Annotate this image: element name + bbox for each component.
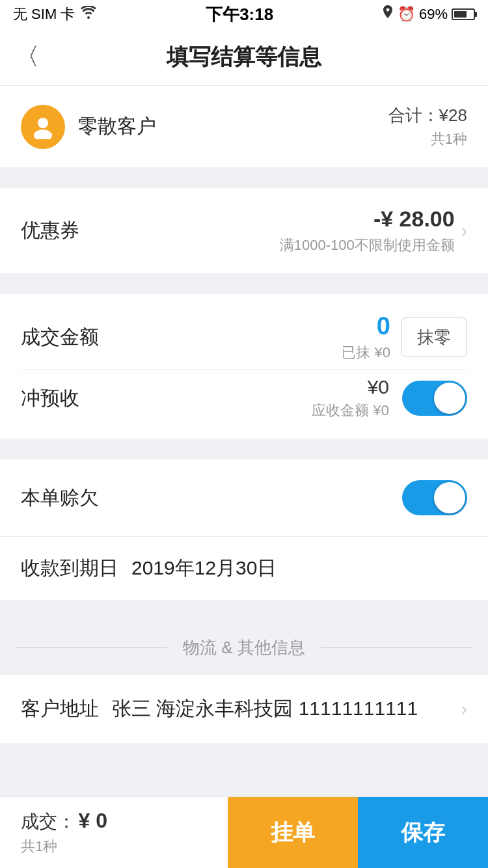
customer-left: 零散客户 bbox=[21, 105, 156, 149]
coupon-description: 满1000-100不限制使用金额 bbox=[280, 236, 455, 255]
nav-bar: 〈 填写结算等信息 bbox=[0, 29, 488, 86]
logistics-header: 物流 & 其他信息 bbox=[0, 621, 488, 675]
battery-icon bbox=[452, 8, 475, 20]
transaction-amount: 0 bbox=[377, 312, 390, 340]
divider-1 bbox=[0, 178, 488, 188]
main-content: 零散客户 合计：¥28 共1种 优惠券 -¥ 28.00 满1000-100不限… bbox=[0, 86, 488, 868]
avatar bbox=[21, 105, 65, 149]
customer-card: 零散客户 合计：¥28 共1种 bbox=[0, 86, 488, 167]
logistics-label: 物流 & 其他信息 bbox=[183, 636, 305, 659]
hangup-button[interactable]: 挂单 bbox=[228, 797, 358, 868]
bottom-summary: 成交： ¥ 0 共1种 bbox=[0, 797, 228, 868]
amount-row: 成交金额 0 已抹 ¥0 抹零 bbox=[0, 294, 488, 369]
due-row: 收款到期日 2019年12月30日 bbox=[0, 536, 488, 600]
bottom-deal-label: 成交： bbox=[21, 811, 75, 832]
status-left: 无 SIM 卡 bbox=[13, 5, 97, 24]
bottom-deal-amount: ¥ 0 bbox=[78, 809, 107, 832]
debt-label: 本单赊欠 bbox=[21, 485, 99, 511]
logistics-line-left bbox=[16, 647, 167, 648]
location-icon bbox=[382, 5, 394, 23]
due-label: 收款到期日 bbox=[21, 555, 118, 582]
status-bar: 无 SIM 卡 下午3:18 ⏰ 69% bbox=[0, 0, 488, 29]
coupon-card[interactable]: 优惠券 -¥ 28.00 满1000-100不限制使用金额 › bbox=[0, 188, 488, 273]
amount-block: 0 已抹 ¥0 bbox=[342, 312, 390, 362]
divider-4 bbox=[0, 610, 488, 621]
total-count: 共1种 bbox=[388, 129, 467, 149]
address-label: 客户地址 bbox=[21, 696, 112, 722]
debt-row: 本单赊欠 bbox=[0, 459, 488, 536]
prepay-amounts: ¥0 应收金额 ¥0 bbox=[312, 376, 389, 420]
save-button[interactable]: 保存 bbox=[358, 797, 488, 868]
back-button[interactable]: 〈 bbox=[16, 41, 39, 73]
no-sim-text: 无 SIM 卡 bbox=[13, 5, 75, 24]
alarm-icon: ⏰ bbox=[398, 6, 415, 23]
status-time: 下午3:18 bbox=[206, 3, 273, 26]
address-value: 张三 海淀永丰科技园 11111111111 bbox=[112, 696, 455, 722]
bottom-deal-row: 成交： ¥ 0 bbox=[21, 809, 228, 834]
divider-2 bbox=[0, 284, 488, 294]
debt-card: 本单赊欠 收款到期日 2019年12月30日 bbox=[0, 459, 488, 600]
due-date-value: 2019年12月30日 bbox=[131, 555, 277, 582]
wifi-icon bbox=[80, 6, 97, 23]
debt-toggle[interactable] bbox=[402, 480, 467, 515]
battery-percent: 69% bbox=[419, 6, 448, 23]
prepay-toggle[interactable] bbox=[402, 381, 467, 416]
status-right: ⏰ 69% bbox=[382, 5, 475, 23]
prepay-main-amount: ¥0 bbox=[312, 376, 389, 398]
logistics-line-right bbox=[321, 647, 472, 648]
bottom-bar: 成交： ¥ 0 共1种 挂单 保存 bbox=[0, 796, 488, 868]
transaction-card: 成交金额 0 已抹 ¥0 抹零 冲预收 ¥0 应收金额 ¥0 bbox=[0, 294, 488, 439]
coupon-row[interactable]: 优惠券 -¥ 28.00 满1000-100不限制使用金额 › bbox=[0, 188, 488, 273]
debt-toggle-thumb bbox=[434, 482, 465, 513]
address-card[interactable]: 客户地址 张三 海淀永丰科技园 11111111111 › bbox=[0, 675, 488, 743]
page-title: 填写结算等信息 bbox=[167, 42, 321, 72]
transaction-label: 成交金额 bbox=[21, 324, 99, 351]
coupon-right: -¥ 28.00 满1000-100不限制使用金额 › bbox=[280, 206, 467, 255]
coupon-details: -¥ 28.00 满1000-100不限制使用金额 bbox=[280, 206, 455, 255]
round-button[interactable]: 抹零 bbox=[401, 318, 467, 357]
prepay-right: ¥0 应收金额 ¥0 bbox=[312, 376, 467, 420]
coupon-discount: -¥ 28.00 bbox=[280, 206, 455, 232]
toggle-thumb bbox=[434, 383, 465, 414]
prepay-sub-amount: 应收金额 ¥0 bbox=[312, 401, 389, 420]
coupon-chevron-icon: › bbox=[461, 221, 467, 241]
total-amount: 合计：¥28 bbox=[388, 104, 467, 127]
customer-name: 零散客户 bbox=[78, 113, 156, 140]
erased-label: 已抹 ¥0 bbox=[342, 343, 390, 362]
amount-right: 0 已抹 ¥0 抹零 bbox=[342, 312, 467, 362]
coupon-label: 优惠券 bbox=[21, 217, 79, 244]
svg-point-1 bbox=[34, 129, 52, 139]
prepay-row: 冲预收 ¥0 应收金额 ¥0 bbox=[0, 370, 488, 439]
svg-point-0 bbox=[38, 118, 48, 128]
address-chevron-icon: › bbox=[461, 699, 467, 720]
customer-row: 零散客户 合计：¥28 共1种 bbox=[0, 86, 488, 167]
prepay-label: 冲预收 bbox=[21, 385, 79, 412]
divider-3 bbox=[0, 449, 488, 459]
address-row[interactable]: 客户地址 张三 海淀永丰科技园 11111111111 › bbox=[0, 675, 488, 743]
bottom-count: 共1种 bbox=[21, 837, 228, 856]
customer-totals: 合计：¥28 共1种 bbox=[388, 104, 467, 149]
